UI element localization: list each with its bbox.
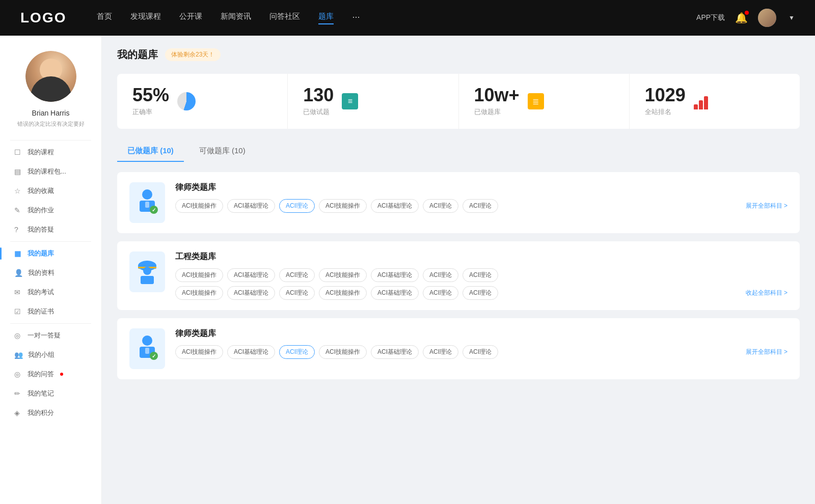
tag-1-11[interactable]: ACI基础理论 xyxy=(371,286,419,300)
sidebar-item-label: 我的积分 xyxy=(28,408,54,417)
bank-card-lawyer-2: ✓ 律师类题库 ACI技能操作 ACI基础理论 ACI理论 ACI技能操作 AC… xyxy=(117,318,800,379)
tag-1-12[interactable]: ACI理论 xyxy=(423,286,458,300)
sidebar-item-questions[interactable]: ? 我的答疑 xyxy=(0,220,101,239)
tag-1-6[interactable]: ACI理论 xyxy=(463,268,498,282)
nav-opencourse[interactable]: 公开课 xyxy=(179,12,202,24)
done-banks-label: 已做题库 xyxy=(474,107,520,117)
sidebar-item-label: 我的笔记 xyxy=(28,389,54,398)
bank-icon-engineer xyxy=(129,251,165,292)
bank-icon-lawyer-1: ✓ xyxy=(129,182,165,223)
tag-1-1[interactable]: ACI基础理论 xyxy=(227,268,275,282)
sidebar-item-group[interactable]: 👥 我的小组 xyxy=(0,345,101,365)
tag-0-6[interactable]: ACI理论 xyxy=(463,199,498,213)
points-icon: ◈ xyxy=(14,409,22,417)
sidebar-item-label: 我的考试 xyxy=(28,288,54,297)
expand-btn-lawyer-2[interactable]: 展开全部科目 > xyxy=(746,346,787,358)
tag-1-13[interactable]: ACI理论 xyxy=(463,286,498,300)
tag-1-9[interactable]: ACI理论 xyxy=(279,286,315,300)
tag-1-5[interactable]: ACI理论 xyxy=(423,268,458,282)
nav-question-bank[interactable]: 题库 xyxy=(318,12,334,24)
avatar-image xyxy=(758,9,776,27)
tag-1-4[interactable]: ACI基础理论 xyxy=(371,268,419,282)
sidebar-item-one-on-one[interactable]: ◎ 一对一答疑 xyxy=(0,326,101,345)
main-content: 我的题库 体验剩余23天！ 55% 正确率 130 已做试题 ≡ xyxy=(102,36,815,504)
nav-more[interactable]: ··· xyxy=(352,12,360,24)
course-package-icon: ▤ xyxy=(14,167,22,176)
tag-0-4[interactable]: ACI基础理论 xyxy=(371,199,419,213)
sidebar-item-label: 我的收藏 xyxy=(28,186,54,195)
nav-home[interactable]: 首页 xyxy=(97,12,112,24)
tab-available-banks[interactable]: 可做题库 (10) xyxy=(189,141,256,162)
svg-point-0 xyxy=(142,189,152,200)
tag-2-1[interactable]: ACI基础理论 xyxy=(227,345,275,359)
done-questions-value: 130 xyxy=(303,86,334,104)
bank-card-engineer: 工程类题库 ACI技能操作 ACI基础理论 ACI理论 ACI技能操作 ACI基… xyxy=(117,241,800,310)
tags-section-engineer: ACI技能操作 ACI基础理论 ACI理论 ACI技能操作 ACI基础理论 AC… xyxy=(175,268,787,300)
tags-row2-engineer: ACI技能操作 ACI基础理论 ACI理论 ACI技能操作 ACI基础理论 AC… xyxy=(175,286,787,300)
sidebar-item-certificate[interactable]: ☑ 我的证书 xyxy=(0,302,101,321)
tag-2-4[interactable]: ACI基础理论 xyxy=(371,345,419,359)
stat-rank: 1029 全站排名 xyxy=(630,74,800,129)
user-motto: 错误的决定比没有决定要好 xyxy=(12,120,90,128)
nav-discover[interactable]: 发现课程 xyxy=(130,12,161,24)
notes-icon: ✏ xyxy=(14,389,22,398)
sidebar-item-favorites[interactable]: ☆ 我的收藏 xyxy=(0,181,101,201)
sidebar-item-course-package[interactable]: ▤ 我的课程包... xyxy=(0,162,101,181)
nav-bell-button[interactable]: 🔔 xyxy=(735,12,748,24)
bank-icon-lawyer-2: ✓ xyxy=(129,328,165,369)
my-questions-icon: ◎ xyxy=(14,370,22,378)
tag-2-5[interactable]: ACI理论 xyxy=(423,345,458,359)
bell-dot xyxy=(745,11,749,15)
questions-icon: ? xyxy=(14,226,22,234)
tag-0-3[interactable]: ACI技能操作 xyxy=(319,199,367,213)
sidebar-item-points[interactable]: ◈ 我的积分 xyxy=(0,403,101,423)
sidebar-item-course[interactable]: ☐ 我的课程 xyxy=(0,143,101,162)
tag-0-1[interactable]: ACI基础理论 xyxy=(227,199,275,213)
bank-info-engineer: 工程类题库 ACI技能操作 ACI基础理论 ACI理论 ACI技能操作 ACI基… xyxy=(175,251,787,300)
tag-2-2[interactable]: ACI理论 xyxy=(279,345,315,359)
course-icon: ☐ xyxy=(14,148,22,156)
done-questions-icon: ≡ xyxy=(342,93,358,109)
tag-0-2[interactable]: ACI理论 xyxy=(279,199,315,213)
stat-text-accuracy: 55% 正确率 xyxy=(132,86,169,117)
tag-1-0[interactable]: ACI技能操作 xyxy=(175,268,223,282)
sidebar-item-notes[interactable]: ✏ 我的笔记 xyxy=(0,384,101,403)
svg-text:✓: ✓ xyxy=(152,207,156,213)
sidebar-item-profile[interactable]: 👤 我的资料 xyxy=(0,263,101,283)
sidebar-item-exam[interactable]: ✉ 我的考试 xyxy=(0,283,101,302)
tag-2-3[interactable]: ACI技能操作 xyxy=(319,345,367,359)
tag-0-5[interactable]: ACI理论 xyxy=(423,199,458,213)
group-icon: 👥 xyxy=(14,351,23,359)
exam-icon: ✉ xyxy=(14,288,22,296)
tag-1-7[interactable]: ACI技能操作 xyxy=(175,286,223,300)
sidebar-item-question-bank[interactable]: ▦ 我的题库 xyxy=(0,244,101,263)
sidebar-item-my-questions[interactable]: ◎ 我的问答 xyxy=(0,365,101,384)
tag-1-8[interactable]: ACI基础理论 xyxy=(227,286,275,300)
sidebar-item-homework[interactable]: ✎ 我的作业 xyxy=(0,201,101,220)
tag-1-2[interactable]: ACI理论 xyxy=(279,268,315,282)
nav-app-download[interactable]: APP下载 xyxy=(696,13,725,22)
tag-2-6[interactable]: ACI理论 xyxy=(463,345,498,359)
avatar[interactable] xyxy=(758,9,776,27)
sidebar-item-label: 我的作业 xyxy=(28,206,54,215)
svg-point-8 xyxy=(143,267,151,275)
notification-dot xyxy=(60,373,63,376)
bank-card-lawyer-1: ✓ 律师类题库 ACI技能操作 ACI基础理论 ACI理论 ACI技能操作 AC… xyxy=(117,172,800,233)
tag-1-3[interactable]: ACI技能操作 xyxy=(319,268,367,282)
sidebar: Brian Harris 错误的决定比没有决定要好 ☐ 我的课程 ▤ 我的课程包… xyxy=(0,36,102,504)
stat-done-questions: 130 已做试题 ≡ xyxy=(288,74,458,129)
nav-news[interactable]: 新闻资讯 xyxy=(221,12,251,24)
nav-qa[interactable]: 问答社区 xyxy=(269,12,300,24)
tag-2-0[interactable]: ACI技能操作 xyxy=(175,345,223,359)
certificate-icon: ☑ xyxy=(14,307,22,316)
sidebar-item-label: 我的资料 xyxy=(28,268,55,277)
tabs: 已做题库 (10) 可做题库 (10) xyxy=(117,141,800,162)
tag-1-10[interactable]: ACI技能操作 xyxy=(319,286,367,300)
collapse-btn-engineer[interactable]: 收起全部科目 > xyxy=(746,289,787,297)
tag-0-0[interactable]: ACI技能操作 xyxy=(175,199,223,213)
tab-done-banks[interactable]: 已做题库 (10) xyxy=(117,141,184,162)
avatar-chevron-icon[interactable]: ▼ xyxy=(789,14,795,21)
page-header: 我的题库 体验剩余23天！ xyxy=(117,48,800,62)
expand-btn-lawyer-1[interactable]: 展开全部科目 > xyxy=(746,200,787,212)
svg-point-10 xyxy=(142,335,152,346)
